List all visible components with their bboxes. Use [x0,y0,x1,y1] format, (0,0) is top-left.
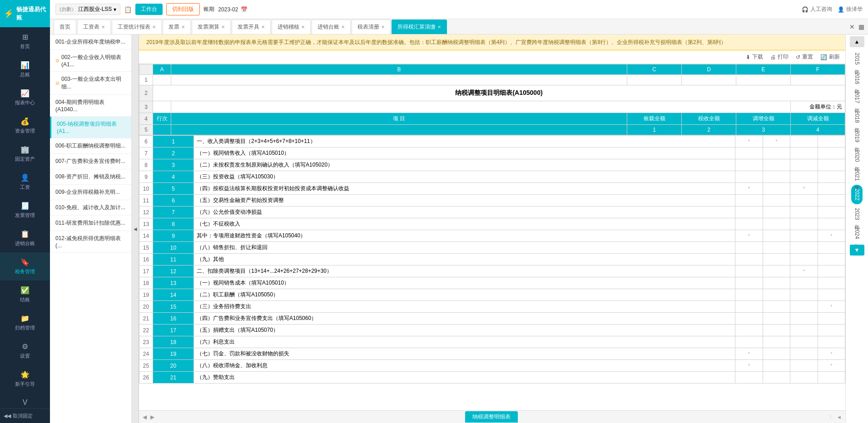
cell-d-2[interactable] [763,148,790,159]
cell-d-18[interactable] [763,336,790,348]
left-panel-item-rd-expense[interactable]: 011-研发费用加计扣除优惠... [50,216,131,231]
sidebar-item-assets[interactable]: 🏢 固定资产 [0,140,50,168]
year-scroll-down[interactable]: ▼ [850,245,864,256]
tab-close-income-tax[interactable]: ✕ [437,25,441,30]
cell-f-7[interactable] [818,207,845,218]
left-panel-item-tax-refund[interactable]: 009-企业所得税额补充明... [50,185,131,200]
cell-item-17[interactable]: （五）捐赠支出（填写A105070） [194,325,735,336]
cell-d-17[interactable] [763,325,790,336]
cell-e-16[interactable] [790,313,818,325]
cell-d-21[interactable] [763,372,790,384]
sidebar-item-payroll[interactable]: 👤 工资 [0,168,50,196]
cell-f-12[interactable] [818,266,845,277]
scroll-next[interactable]: ▶ [150,414,154,420]
more-tabs-icon[interactable]: ▦ [858,23,864,30]
cell-f-17[interactable] [818,325,845,336]
cell-f-3[interactable] [818,159,845,171]
cell-d-14[interactable] [763,289,790,301]
cell-e-2[interactable] [790,148,818,159]
year-item-2021年[interactable]: 2021年 [851,165,863,185]
tab-payroll-stat[interactable]: 工资统计报表✕ [112,20,162,34]
sidebar-item-archive[interactable]: 📁 归档管理 [0,309,50,337]
refresh-button[interactable]: 🔄 刷新 [820,53,840,61]
cell-item-16[interactable]: （四）广告费和业务宣传费支出（填写A105060） [194,313,735,325]
cell-f-4[interactable] [818,171,845,183]
tab-close-tax-clear[interactable]: ✕ [381,25,385,30]
cell-d-8[interactable] [763,218,790,230]
cell-c-20[interactable]: * [735,360,763,372]
sidebar-item-invoice-mgr[interactable]: 🧾 发票管理 [0,196,50,224]
cell-f-13[interactable] [818,277,845,289]
cell-c-18[interactable] [735,336,763,348]
cell-e-21[interactable] [790,372,818,384]
tab-close-invoice-calc[interactable]: ✕ [221,25,225,30]
cell-e-5[interactable]: * [790,183,818,195]
year-item-2020年[interactable]: 2020年 [851,146,863,166]
cell-c-2[interactable] [735,148,763,159]
cell-d-20[interactable] [763,360,790,372]
tab-close-payroll-stat[interactable]: ✕ [152,25,156,30]
year-item-2023年[interactable]: 2023年 [851,204,863,224]
calendar-icon[interactable]: 📋 [124,6,132,13]
cell-d-16[interactable] [763,313,790,325]
cell-item-12[interactable]: 二、扣除类调整项目（13+14+...24+26+27+28+29+30） [194,266,735,277]
cell-f-21[interactable] [818,372,845,384]
cell-d-9[interactable] [763,230,790,242]
sheet-tab[interactable]: 纳税调整明细表 [465,411,518,423]
cell-f-1[interactable] [818,136,845,148]
left-panel-item-reduced-tax[interactable]: 012-减免税所得优惠明细表(... [50,231,131,253]
period-selector[interactable]: 账期 2023-02 📅 [203,5,248,13]
cell-c-12[interactable] [735,266,763,277]
cell-d-7[interactable] [763,207,790,218]
company-selector[interactable]: (勿删） 江西股业-LSS ▾ [55,4,120,15]
cell-e-9[interactable] [790,230,818,242]
cell-f-15[interactable]: * [818,301,845,313]
cell-d-11[interactable] [763,254,790,266]
cell-c-3[interactable] [735,159,763,171]
cell-c-19[interactable]: * [735,348,763,360]
cell-c-9[interactable]: * [735,230,763,242]
cell-e-20[interactable] [790,360,818,372]
cell-d-5[interactable] [763,183,790,195]
year-item-2019年[interactable]: 2019年 [851,127,863,146]
year-item-2024年[interactable]: 2024年 [851,223,863,243]
year-item-2022年[interactable]: 2022年 [851,185,863,204]
cell-f-5[interactable] [818,183,845,195]
tab-payroll[interactable]: 工资表✕ [77,20,111,34]
sidebar-item-reports[interactable]: 📈 报表中心 [0,84,50,112]
year-item-2018年[interactable]: 2018年 [851,107,863,127]
cell-c-13[interactable] [735,277,763,289]
cell-item-14[interactable]: （二）职工薪酬（填写A105050） [194,289,735,301]
sidebar-item-home[interactable]: ⊞ 首页 [0,27,50,55]
cell-e-3[interactable] [790,159,818,171]
cell-item-19[interactable]: （七）罚金、罚款和被没收财物的损失 [194,348,735,360]
sidebar-item-input-ledger[interactable]: 📋 进销台账 [0,224,50,252]
cell-f-9[interactable]: * [818,230,845,242]
cell-e-19[interactable] [790,348,818,360]
tab-invoice-open[interactable]: 发票开具✕ [232,20,271,34]
cell-f-20[interactable]: * [818,360,845,372]
cell-d-3[interactable] [763,159,790,171]
cell-item-4[interactable]: （三）投资收益（填写A105030） [194,171,735,183]
cell-f-16[interactable] [818,313,845,325]
year-item-2016年[interactable]: 2016年 [851,69,863,88]
cell-item-2[interactable]: （一）视同销售收入（填写A105010） [194,148,735,159]
cell-item-1[interactable]: 一、收入类调整项目（2+3+4+5+6+7+8+10+11） [194,136,735,148]
cell-item-21[interactable]: （九）赞助支出 [194,372,735,384]
cell-f-8[interactable] [818,218,845,230]
cell-c-15[interactable] [735,301,763,313]
sidebar-footer[interactable]: ◀◀ 取消固定 [0,408,50,423]
cell-e-4[interactable] [790,171,818,183]
cell-d-12[interactable] [763,266,790,277]
cell-c-7[interactable] [735,207,763,218]
cell-c-10[interactable] [735,242,763,254]
user-profile[interactable]: 👤 徐泽华 [838,5,863,13]
tab-close-input-check[interactable]: ✕ [301,25,305,30]
cell-item-10[interactable]: （八）销售折扣、折让和退回 [194,242,735,254]
cell-f-14[interactable] [818,289,845,301]
year-item-2017年[interactable]: 2017年 [851,88,863,107]
left-panel-item-asset-deprec[interactable]: 008-资产折旧、摊销及纳税... [50,169,131,185]
tab-close-invoice-open[interactable]: ✕ [261,25,265,30]
cell-item-3[interactable]: （二）未按权责发生制原则确认的收入（填写A105020） [194,159,735,171]
tab-invoice[interactable]: 发票✕ [163,20,191,34]
